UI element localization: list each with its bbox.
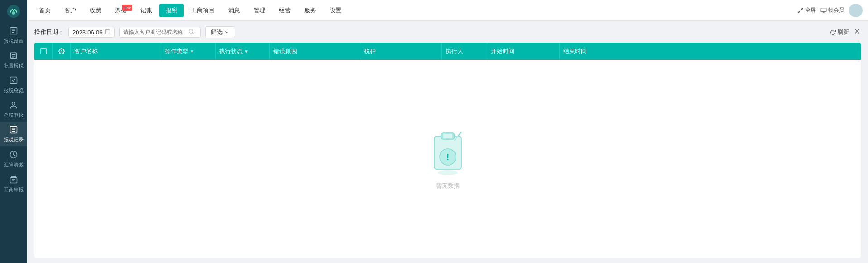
sidebar-item-tax-records[interactable]: 报税记录 (0, 122, 27, 146)
member-label: 畅会员 (828, 6, 844, 14)
sidebar-item-settlement[interactable]: 汇算清缴 (0, 146, 27, 171)
svg-rect-11 (10, 77, 17, 84)
sidebar-logo (0, 0, 27, 23)
sidebar-item-tax-settings-label: 报税设置 (4, 38, 24, 44)
svg-rect-20 (10, 177, 17, 183)
tax-settings-icon (9, 26, 18, 37)
th-operation-type[interactable]: 操作类型 ▼ (161, 43, 216, 60)
th-settings[interactable] (53, 43, 71, 60)
fullscreen-label: 全屏 (805, 6, 816, 14)
date-value: 2023-06-06 (72, 29, 103, 36)
annual-report-icon (9, 175, 18, 185)
svg-line-24 (798, 11, 800, 13)
search-box[interactable] (119, 27, 201, 38)
tax-summary-icon (9, 76, 18, 86)
table-body: ! 暂无数据 (34, 60, 861, 258)
calendar-icon (105, 29, 110, 36)
select-all-checkbox[interactable] (40, 48, 47, 54)
top-navigation: 首页 客户 收费 票据 new 记账 报税 工商项目 消息 管理 经营 服务 设… (27, 0, 868, 21)
empty-text: 暂无数据 (436, 182, 460, 190)
user-avatar[interactable] (849, 4, 863, 17)
svg-line-33 (192, 33, 193, 34)
nav-items: 首页 客户 收费 票据 new 记账 报税 工商项目 消息 管理 经营 服务 设… (33, 4, 797, 17)
th-customer-name: 客户名称 (71, 43, 161, 60)
sidebar-item-tax-summary-label: 报税总览 (4, 88, 24, 93)
search-icon[interactable] (188, 29, 194, 36)
th-execution-status[interactable]: 执行状态 ▼ (216, 43, 270, 60)
close-button[interactable] (854, 28, 861, 37)
th-executor: 执行人 (442, 43, 487, 60)
nav-item-accounting[interactable]: 记账 (134, 4, 158, 17)
fullscreen-button[interactable]: 全屏 (797, 6, 816, 14)
svg-rect-25 (821, 8, 826, 11)
svg-text:!: ! (446, 152, 449, 162)
nav-item-tax[interactable]: 报税 (159, 4, 184, 17)
batch-tax-icon (9, 51, 18, 62)
filter-label: 筛选 (211, 28, 223, 36)
content-area: 操作日期： 2023-06-06 筛选 (27, 21, 868, 263)
sidebar-item-batch-tax-label: 批量报税 (4, 63, 24, 69)
refresh-label: 刷新 (837, 28, 849, 36)
table-header: 客户名称 操作类型 ▼ 执行状态 ▼ 错误原因 税种 执行人 (34, 43, 861, 60)
tax-records-icon (9, 125, 18, 136)
nav-item-business[interactable]: 工商项目 (185, 4, 221, 17)
svg-rect-28 (105, 29, 110, 34)
search-input[interactable] (123, 29, 187, 35)
filter-chevron-icon (225, 29, 229, 36)
sidebar-item-tax-settings[interactable]: 报税设置 (0, 23, 27, 48)
nav-item-service[interactable]: 服务 (298, 4, 322, 17)
svg-line-23 (801, 8, 803, 10)
nav-item-message[interactable]: 消息 (222, 4, 246, 17)
nav-item-settings[interactable]: 设置 (323, 4, 348, 17)
nav-item-billing[interactable]: 收费 (83, 4, 108, 17)
settlement-icon (9, 150, 18, 161)
th-checkbox[interactable] (34, 43, 53, 60)
svg-line-19 (14, 155, 15, 156)
topnav-right: 全屏 畅会员 (797, 4, 863, 17)
svg-rect-39 (443, 134, 452, 138)
member-button[interactable]: 畅会员 (820, 6, 844, 14)
empty-state: ! 暂无数据 (34, 60, 861, 258)
operation-type-sort-icon: ▼ (190, 49, 194, 54)
th-tax-type: 税种 (360, 43, 442, 60)
th-start-time: 开始时间 (487, 43, 560, 60)
data-table: 客户名称 操作类型 ▼ 执行状态 ▼ 错误原因 税种 执行人 (34, 43, 861, 258)
svg-point-44 (438, 170, 458, 175)
nav-item-operation[interactable]: 经营 (273, 4, 297, 17)
date-picker[interactable]: 2023-06-06 (68, 27, 115, 38)
invoice-badge: new (122, 5, 132, 11)
sidebar-item-annual-report[interactable]: 工商年报 (0, 171, 27, 196)
svg-point-36 (61, 50, 62, 52)
sidebar-item-annual-report-label: 工商年报 (4, 187, 24, 193)
sidebar-item-tax-summary[interactable]: 报税总览 (0, 72, 27, 97)
sidebar-item-tax-records-label: 报税记录 (4, 137, 24, 143)
sidebar-item-personal-tax[interactable]: 个税申报 (0, 97, 27, 122)
sidebar: 报税设置 批量报税 报税总览 个税申报 (0, 0, 27, 263)
personal-tax-icon (9, 101, 18, 111)
main-area: 首页 客户 收费 票据 new 记账 报税 工商项目 消息 管理 经营 服务 设… (27, 0, 868, 263)
nav-item-management[interactable]: 管理 (247, 4, 272, 17)
toolbar: 操作日期： 2023-06-06 筛选 (34, 26, 861, 38)
th-end-time: 结束时间 (560, 43, 614, 60)
th-error-reason: 错误原因 (270, 43, 360, 60)
svg-line-42 (458, 132, 461, 136)
empty-illustration: ! (427, 127, 468, 177)
sidebar-item-settlement-label: 汇算清缴 (4, 162, 24, 168)
nav-item-invoice[interactable]: 票据 new (109, 4, 133, 17)
svg-point-12 (12, 102, 15, 105)
sidebar-item-personal-tax-label: 个税申报 (4, 112, 24, 118)
toolbar-right: 刷新 (830, 28, 861, 37)
filter-button[interactable]: 筛选 (205, 26, 235, 38)
nav-item-customer[interactable]: 客户 (58, 4, 82, 17)
nav-item-home[interactable]: 首页 (33, 4, 57, 17)
execution-status-sort-icon: ▼ (244, 49, 249, 54)
refresh-button[interactable]: 刷新 (830, 28, 849, 36)
date-label: 操作日期： (34, 28, 64, 36)
svg-point-1 (12, 11, 15, 15)
sidebar-item-batch-tax[interactable]: 批量报税 (0, 48, 27, 73)
